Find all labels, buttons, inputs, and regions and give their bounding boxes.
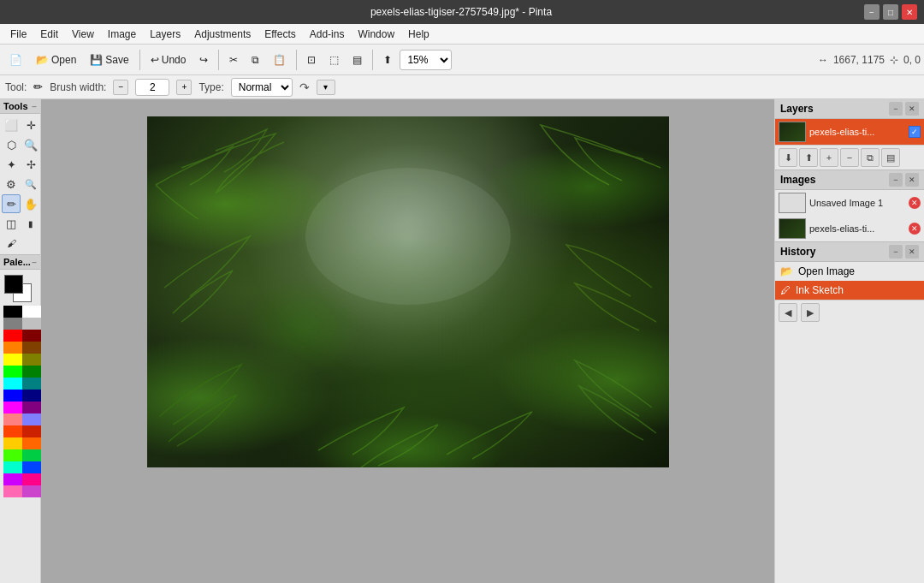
history-undo-button[interactable]: ◀ — [779, 303, 797, 322]
layer-merge-button[interactable]: ▤ — [881, 148, 900, 167]
palette-color-00cc44[interactable] — [22, 449, 41, 461]
palette-color-800000[interactable] — [22, 330, 41, 342]
palette-color-00ff00[interactable] — [3, 366, 22, 378]
menu-effects[interactable]: Effects — [258, 27, 302, 42]
palette-color-000080[interactable] — [22, 390, 41, 402]
layer-delete-button[interactable]: − — [840, 148, 859, 167]
menu-edit[interactable]: Edit — [33, 27, 65, 42]
image-item-pexels[interactable]: pexels-elias-ti... ✕ — [775, 216, 924, 241]
new-button[interactable]: 📄 — [3, 51, 28, 69]
palette-color-ff6600[interactable] — [22, 437, 41, 449]
open-button[interactable]: 📂 Open — [30, 51, 82, 69]
history-item-inksketch[interactable]: 🖊 Ink Sketch — [775, 281, 924, 300]
palette-color-008080[interactable] — [22, 378, 41, 390]
maximize-button[interactable]: □ — [883, 4, 898, 20]
history-item-open[interactable]: 📂 Open Image — [775, 262, 924, 281]
palette-color-00ffff[interactable] — [3, 378, 22, 390]
brush-width-input[interactable] — [135, 79, 169, 96]
palette-color-800080[interactable] — [22, 402, 41, 413]
copy-button[interactable]: ⧉ — [246, 51, 265, 69]
palette-color-808080[interactable] — [3, 318, 22, 330]
palette-color-0000ff[interactable] — [3, 390, 22, 402]
palette-color-0044ff[interactable] — [22, 461, 41, 473]
palette-color-ff00ff[interactable] — [3, 402, 22, 413]
recolor-tool[interactable]: ⚙ — [2, 175, 21, 193]
palette-color-ff0000[interactable] — [3, 330, 22, 342]
brush-width-increase[interactable]: + — [176, 80, 192, 95]
save-button[interactable]: 💾 Save — [84, 51, 134, 69]
history-panel-minimize[interactable]: − — [889, 245, 903, 259]
fg-bg-box[interactable] — [4, 275, 32, 302]
palette-color-c0c0c0[interactable] — [22, 318, 41, 330]
zoom-tool[interactable]: 🔍 — [21, 135, 40, 154]
layer-move-down-button[interactable]: ⬇ — [779, 148, 797, 167]
zoom-select[interactable]: 5% 10% 15% 25% 50% 75% 100% — [400, 50, 452, 70]
close-button[interactable]: ✕ — [902, 4, 917, 20]
layer-duplicate-button[interactable]: ⧉ — [861, 148, 880, 167]
magic-wand-tool[interactable]: ✦ — [2, 155, 21, 174]
layer-add-button[interactable]: + — [820, 148, 838, 167]
palette-color-ff69b4[interactable] — [3, 485, 22, 497]
menu-addins[interactable]: Add-ins — [303, 27, 352, 42]
minimize-button[interactable]: − — [864, 4, 880, 20]
crop-button[interactable]: ⊡ — [301, 51, 322, 69]
palette-color-cc00ff[interactable] — [3, 473, 22, 485]
lasso-select-tool[interactable]: ⬡ — [2, 135, 21, 154]
history-panel-close[interactable]: ✕ — [905, 245, 919, 259]
palette-color-44ff00[interactable] — [3, 449, 22, 461]
resize-button[interactable]: ⬚ — [323, 51, 345, 69]
palette-color-cc2200[interactable] — [22, 425, 41, 437]
palette-color-ffcc00[interactable] — [3, 437, 22, 449]
menu-file[interactable]: File — [3, 27, 33, 42]
palette-color-008000[interactable] — [22, 366, 41, 378]
layer-visibility-check[interactable]: ✓ — [909, 126, 921, 138]
palette-color-ff8000[interactable] — [3, 342, 22, 354]
cut-button[interactable]: ✂ — [223, 51, 244, 69]
menu-adjustments[interactable]: Adjustments — [187, 27, 258, 42]
redo-button[interactable]: ↪ — [193, 51, 214, 69]
pan-tool[interactable]: ✋ — [21, 194, 40, 213]
eraser-tool[interactable]: ◫ — [2, 214, 21, 233]
unsaved-image-close[interactable]: ✕ — [909, 197, 921, 209]
palette-color-ff0088[interactable] — [22, 473, 41, 485]
move-selection-tool[interactable]: ✛ — [21, 116, 40, 134]
rectangle-select-tool[interactable]: ⬜ — [2, 116, 21, 134]
palette-color-ffff00[interactable] — [3, 354, 22, 366]
palette-color-808000[interactable] — [22, 354, 41, 366]
menu-image[interactable]: Image — [101, 27, 143, 42]
palette-color-ffffff[interactable] — [22, 306, 41, 318]
images-panel-minimize[interactable]: − — [889, 173, 903, 187]
layer-move-up-button[interactable]: ⬆ — [799, 148, 818, 167]
palette-color-ff8080[interactable] — [3, 413, 22, 425]
history-redo-button[interactable]: ▶ — [801, 303, 820, 322]
menu-help[interactable]: Help — [401, 27, 436, 42]
canvas-area[interactable] — [41, 99, 774, 583]
move-tool[interactable]: ✢ — [21, 155, 40, 174]
menu-layers[interactable]: Layers — [143, 27, 187, 42]
undo-button[interactable]: ↩ Undo — [145, 51, 192, 69]
palette-color-cc44cc[interactable] — [22, 485, 41, 497]
upload-button[interactable]: ⬆ — [377, 51, 398, 69]
paintbrush-tool[interactable]: 🖌 — [2, 234, 21, 253]
color-picker-tool[interactable]: 🔍 — [21, 175, 40, 193]
images-panel-close[interactable]: ✕ — [905, 173, 919, 187]
type-select[interactable]: Normal Multiply Screen Overlay Darken Li… — [231, 78, 293, 97]
menu-view[interactable]: View — [65, 27, 101, 42]
foreground-color-box[interactable] — [4, 275, 23, 294]
pexels-image-close[interactable]: ✕ — [909, 223, 921, 235]
paste-button[interactable]: 📋 — [267, 51, 292, 69]
flatten-button[interactable]: ▤ — [346, 51, 368, 69]
image-item-unsaved[interactable]: Unsaved Image 1 ✕ — [775, 190, 924, 216]
pencil-tool[interactable]: ✏ — [2, 194, 21, 213]
layers-panel-close[interactable]: ✕ — [905, 102, 919, 116]
layer-item[interactable]: pexels-elias-ti... ✓ — [775, 119, 924, 145]
palette-panel-collapse[interactable]: − — [32, 258, 37, 267]
palette-color-000000[interactable] — [3, 306, 22, 318]
tools-panel-collapse[interactable]: − — [32, 102, 37, 111]
brush-width-decrease[interactable]: − — [113, 80, 128, 95]
palette-color-804000[interactable] — [22, 342, 41, 354]
palette-color-00ffcc[interactable] — [3, 461, 22, 473]
palette-color-8080ff[interactable] — [22, 413, 41, 425]
fill-tool[interactable]: ▮ — [21, 214, 40, 233]
menu-window[interactable]: Window — [351, 27, 401, 42]
